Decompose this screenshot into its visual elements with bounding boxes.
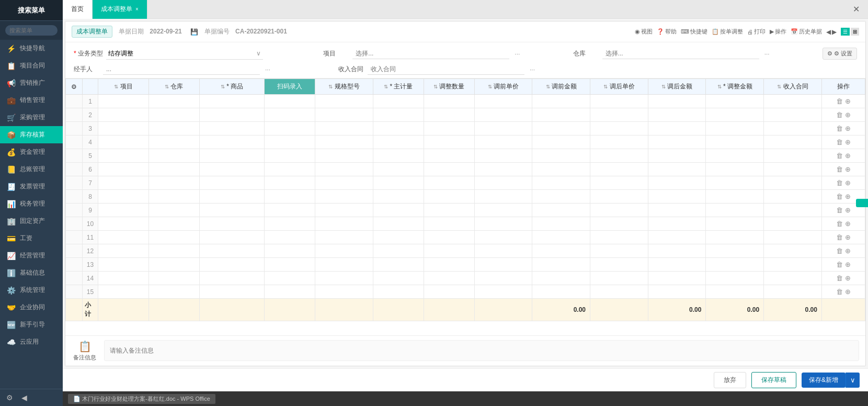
delete-row-btn[interactable]: 🗑 (836, 138, 843, 146)
view-list-btn[interactable]: ☰ (841, 28, 850, 36)
action-shortcut[interactable]: ⌨ 快捷键 (681, 28, 707, 36)
tab-home[interactable]: 首页 (63, 0, 93, 19)
biz-type-dropdown-icon[interactable]: ∨ (256, 50, 261, 57)
table-row[interactable]: 5 🗑 ⊕ (66, 149, 865, 163)
window-close-button[interactable]: ✕ (849, 2, 864, 16)
notes-input[interactable] (104, 340, 859, 361)
th-project[interactable]: ⇅ 项目 (98, 79, 149, 95)
save-new-dropdown-btn[interactable]: ∨ (846, 373, 860, 388)
sidebar-item-invoice[interactable]: 🧾 发票管理 (0, 178, 63, 195)
sidebar-item-basic[interactable]: ℹ️ 基础信息 (0, 264, 63, 281)
th-before-price[interactable]: ⇅ 调前单价 (474, 79, 532, 95)
warehouse-more-icon[interactable]: ··· (764, 50, 770, 58)
settings-button[interactable]: ⚙ ⚙ 设置 (823, 48, 857, 60)
th-product[interactable]: ⇅ * 商品 (199, 79, 265, 95)
delete-row-btn[interactable]: 🗑 (836, 288, 843, 296)
table-row[interactable]: 15 🗑 ⊕ (66, 285, 865, 299)
save-draft-button[interactable]: 保存草稿 (751, 372, 796, 388)
action-print[interactable]: 🖨 打印 (747, 28, 766, 36)
income-contract-more-icon[interactable]: ··· (530, 66, 535, 73)
th-income-contract[interactable]: ⇅ 收入合同 (764, 79, 822, 95)
action-operation[interactable]: ▶ 操作 (770, 28, 786, 36)
project-input[interactable] (352, 48, 509, 59)
sidebar-item-payroll[interactable]: 💳 工资 (0, 230, 63, 247)
table-row[interactable]: 10 🗑 ⊕ (66, 217, 865, 231)
sidebar-collapse-icon[interactable]: ◀ (21, 393, 27, 402)
delete-row-btn[interactable]: 🗑 (836, 274, 843, 282)
copy-row-btn[interactable]: ⊕ (845, 125, 851, 132)
copy-row-btn[interactable]: ⊕ (845, 138, 851, 146)
delete-row-btn[interactable]: 🗑 (836, 179, 843, 187)
discard-button[interactable]: 放弃 (714, 372, 746, 388)
tab-close-icon[interactable]: × (135, 6, 139, 12)
delete-row-btn[interactable]: 🗑 (836, 125, 843, 132)
action-audit[interactable]: 📋 按单调整 (712, 28, 743, 36)
project-more-icon[interactable]: ··· (515, 50, 520, 58)
th-warehouse[interactable]: ⇅ 仓库 (149, 79, 199, 95)
copy-row-btn[interactable]: ⊕ (845, 193, 851, 200)
sidebar-item-ledger[interactable]: 📒 总账管理 (0, 161, 63, 178)
delete-row-btn[interactable]: 🗑 (836, 220, 843, 228)
wps-task-item[interactable]: 📄 木门行业好业财处理方案-暮红红.doc - WPS Office (68, 394, 215, 404)
copy-row-btn[interactable]: ⊕ (845, 111, 851, 119)
sidebar-item-inventory[interactable]: 📦 库存核算 (0, 126, 63, 143)
table-row[interactable]: 12 🗑 ⊕ (66, 244, 865, 258)
delete-row-btn[interactable]: 🗑 (836, 206, 843, 214)
table-row[interactable]: 14 🗑 ⊕ (66, 272, 865, 285)
table-row[interactable]: 4 🗑 ⊕ (66, 136, 865, 149)
th-spec[interactable]: ⇅ 规格型号 (315, 79, 373, 95)
sidebar-item-cloud[interactable]: ☁️ 云应用 (0, 333, 63, 351)
delete-row-btn[interactable]: 🗑 (836, 193, 843, 200)
action-history[interactable]: 📅 历史单据 (791, 28, 822, 36)
sidebar-item-ops[interactable]: 📈 经营管理 (0, 247, 63, 264)
table-row[interactable]: 3 🗑 ⊕ (66, 122, 865, 136)
copy-row-btn[interactable]: ⊕ (845, 261, 851, 268)
copy-row-btn[interactable]: ⊕ (845, 165, 851, 173)
sidebar-search-input[interactable] (5, 25, 58, 36)
th-scan[interactable]: 扫码录入 (265, 79, 315, 95)
sidebar-item-enterprise[interactable]: 🤝 企业协同 (0, 299, 63, 316)
nav-next-btn[interactable]: ▶ (832, 28, 837, 36)
delete-row-btn[interactable]: 🗑 (836, 152, 843, 160)
copy-row-btn[interactable]: ⊕ (845, 288, 851, 296)
table-row[interactable]: 13 🗑 ⊕ (66, 258, 865, 272)
biz-type-select-wrapper[interactable]: 结存调整 ∨ (106, 48, 263, 60)
income-contract-input[interactable] (368, 64, 524, 75)
sidebar-item-tax[interactable]: 📊 税务管理 (0, 195, 63, 212)
sidebar-item-project-contract[interactable]: 📋 项目合同 (0, 57, 63, 74)
copy-row-btn[interactable]: ⊕ (845, 233, 851, 241)
sidebar-item-fixed-assets[interactable]: 🏢 固定资产 (0, 212, 63, 230)
copy-row-btn[interactable]: ⊕ (845, 274, 851, 282)
delete-row-btn[interactable]: 🗑 (836, 97, 843, 105)
table-row[interactable]: 11 🗑 ⊕ (66, 231, 865, 244)
sidebar-item-sales[interactable]: 💼 销售管理 (0, 92, 63, 109)
copy-row-btn[interactable]: ⊕ (845, 97, 851, 105)
copy-row-btn[interactable]: ⊕ (845, 206, 851, 214)
copy-row-btn[interactable]: ⊕ (845, 247, 851, 255)
tab-cost-adjustment[interactable]: 成本调整单 × (93, 0, 147, 19)
nav-prev-btn[interactable]: ◀ (826, 28, 831, 36)
sidebar-item-system[interactable]: ⚙️ 系统管理 (0, 281, 63, 299)
table-row[interactable]: 7 🗑 ⊕ (66, 176, 865, 190)
copy-row-btn[interactable]: ⊕ (845, 220, 851, 228)
delete-row-btn[interactable]: 🗑 (836, 165, 843, 173)
delete-row-btn[interactable]: 🗑 (836, 261, 843, 268)
copy-row-btn[interactable]: ⊕ (845, 179, 851, 187)
handler-more-icon[interactable]: ··· (265, 66, 270, 73)
sidebar-item-purchase[interactable]: 🛒 采购管理 (0, 109, 63, 126)
table-row[interactable]: 9 🗑 ⊕ (66, 204, 865, 217)
table-row[interactable]: 6 🗑 ⊕ (66, 163, 865, 176)
sidebar-item-quick-nav[interactable]: ⚡ 快捷导航 (0, 40, 63, 57)
table-row[interactable]: 1 🗑 ⊕ (66, 95, 865, 108)
delete-row-btn[interactable]: 🗑 (836, 247, 843, 255)
th-gear[interactable]: ⚙ (66, 79, 83, 95)
copy-row-btn[interactable]: ⊕ (845, 152, 851, 160)
sidebar-settings-icon[interactable]: ⚙ (6, 393, 13, 402)
view-grid-btn[interactable]: ⊞ (851, 28, 859, 36)
table-row[interactable]: 2 🗑 ⊕ (66, 108, 865, 122)
th-after-amount[interactable]: ⇅ 调后金额 (648, 79, 706, 95)
save-new-button[interactable]: 保存&新增 (802, 373, 846, 388)
right-edge-tab[interactable]: 财 (856, 199, 868, 207)
action-help[interactable]: ❓ 帮助 (657, 28, 677, 36)
warehouse-input[interactable] (602, 48, 759, 59)
